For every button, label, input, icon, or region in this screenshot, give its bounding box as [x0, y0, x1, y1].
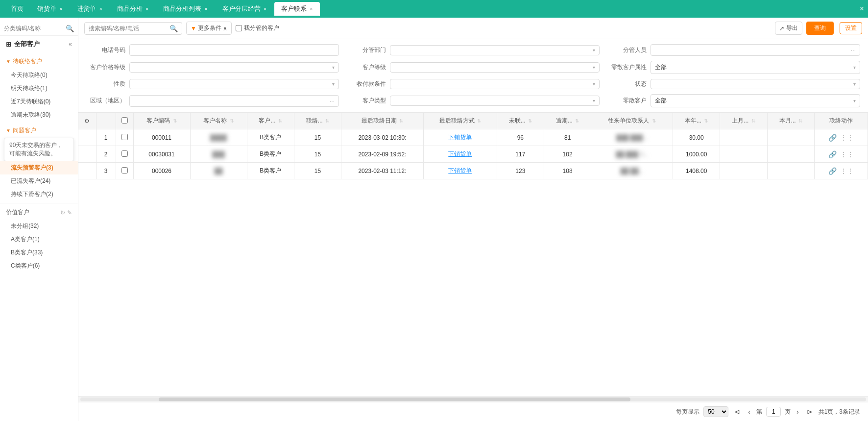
row-check-0[interactable] [116, 129, 133, 146]
export-button[interactable]: ↗ 导出 [775, 22, 802, 35]
sidebar-group-pending-title[interactable]: ▼ 待联络客户 [0, 54, 78, 69]
sidebar-item-declining[interactable]: 持续下滑客户(2) [0, 188, 78, 201]
sort-icon-date[interactable]: ⇅ [399, 118, 403, 124]
col-this-month-header[interactable]: 本月... ⇅ [767, 113, 814, 129]
col-unlinking-header[interactable]: 未联... ⇅ [497, 113, 544, 129]
col-this-year-header[interactable]: 本年... ⇅ [673, 113, 720, 129]
col-type-header[interactable]: 客户... ⇅ [247, 113, 294, 129]
sidebar-item-c-class[interactable]: C类客户(6) [0, 259, 78, 272]
tab-close-analysis[interactable]: × [145, 6, 148, 12]
filter-phone-input[interactable] [129, 44, 339, 56]
sort-icon-overdue[interactable]: ⇅ [575, 118, 579, 124]
sidebar-item-7days[interactable]: 近7天待联络(0) [0, 95, 78, 108]
col-person-header[interactable]: 往来单位联系人 ⇅ [591, 113, 673, 129]
prev-page-btn[interactable]: ‹ [746, 407, 752, 417]
filter-person-select[interactable]: ··· [651, 44, 860, 56]
tab-product-list[interactable]: 商品分析列表 × [156, 2, 214, 16]
col-last-method-header[interactable]: 最后联络方式 ⇅ [423, 113, 497, 129]
filter-button[interactable]: ▼ 更多条件 ∧ [186, 22, 232, 35]
my-customers-checkbox[interactable]: 我分管的客户 [236, 24, 279, 32]
sort-icon-unlink[interactable]: ⇅ [528, 118, 532, 124]
sidebar-item-a-class[interactable]: A类客户(1) [0, 233, 78, 246]
row-check-2[interactable] [116, 163, 133, 179]
filter-price-select[interactable]: ▾ [129, 62, 339, 73]
action-icon-more-1[interactable]: ⋮⋮ [840, 150, 854, 158]
filter-dots-icon-2[interactable]: ··· [330, 98, 335, 104]
tab-close-list[interactable]: × [204, 6, 207, 12]
horizontal-scrollbar[interactable] [78, 396, 868, 402]
action-icon-more-0[interactable]: ⋮⋮ [840, 134, 854, 142]
tab-customer-contact[interactable]: 客户联系 × [274, 2, 319, 16]
row-method-0[interactable]: 下销货单 [423, 129, 497, 146]
sidebar-item-churn-warning[interactable]: 流失预警客户(3) [0, 161, 78, 174]
filter-payment-select[interactable]: ▾ [390, 79, 600, 89]
next-page-btn[interactable]: › [795, 407, 801, 417]
last-page-btn[interactable]: ⊳ [805, 407, 815, 417]
sidebar-group-problem-title[interactable]: ▼ 问题客户 [0, 124, 78, 138]
sort-icon-method[interactable]: ⇅ [477, 118, 481, 124]
sort-icon-lmonth[interactable]: ⇅ [751, 118, 755, 124]
sidebar-item-churned[interactable]: 已流失客户(24) [0, 174, 78, 188]
sort-icon-contact[interactable]: ⇅ [325, 118, 329, 124]
filter-customer-level-select[interactable]: ▾ [390, 62, 600, 73]
sort-icon-code[interactable]: ⇅ [173, 118, 177, 124]
action-icon-more-2[interactable]: ⋮⋮ [840, 167, 854, 175]
toolbar-search-input[interactable] [89, 25, 169, 32]
filter-region-select[interactable]: ··· [129, 95, 339, 107]
row-method-2[interactable]: 下销货单 [423, 163, 497, 179]
action-icon-link-2[interactable]: 🔗 [828, 167, 837, 175]
sort-icon-tmonth[interactable]: ⇅ [798, 118, 802, 124]
tab-home[interactable]: 首页 [4, 4, 30, 13]
sidebar-item-tomorrow[interactable]: 明天待联络(1) [0, 82, 78, 95]
tab-close-sales[interactable]: × [59, 6, 62, 12]
tab-customer-layer[interactable]: 客户分层经营 × [216, 2, 273, 16]
row-method-1[interactable]: 下销货单 [423, 146, 497, 163]
refresh-icon[interactable]: ↻ [60, 209, 65, 216]
sidebar-item-overdue[interactable]: 逾期未联络(30) [0, 108, 78, 122]
first-page-btn[interactable]: ⊲ [732, 407, 742, 417]
col-contact-header[interactable]: 联络... ⇅ [294, 113, 341, 129]
sort-icon-name[interactable]: ⇅ [230, 118, 234, 124]
page-input[interactable] [766, 407, 781, 417]
filter-nature-select[interactable]: ▾ [129, 79, 339, 89]
action-icon-link-0[interactable]: 🔗 [828, 134, 837, 142]
sort-icon-person[interactable]: ⇅ [652, 118, 656, 124]
tab-close-contact[interactable]: × [310, 6, 313, 12]
action-icon-link-1[interactable]: 🔗 [828, 150, 837, 158]
query-button[interactable]: 查询 [806, 22, 834, 35]
sidebar-all-customers[interactable]: ⊞ 全部客户 « [0, 36, 78, 52]
sidebar-item-ungrouped[interactable]: 未分组(32) [0, 220, 78, 233]
sidebar-item-today[interactable]: 今天待联络(0) [0, 69, 78, 82]
per-page-select[interactable]: 50 100 [703, 406, 728, 417]
col-settings[interactable]: ⚙ [78, 113, 96, 129]
col-overdue-header[interactable]: 逾期... ⇅ [544, 113, 591, 129]
filter-customer-type-select[interactable]: ▾ [390, 96, 600, 106]
filter-dept-select[interactable]: ▾ [390, 45, 600, 55]
my-customers-check-input[interactable] [236, 25, 242, 31]
collapse-icon[interactable]: « [69, 41, 72, 48]
tab-purchase[interactable]: 进货单 × [70, 2, 109, 16]
filter-retail-select[interactable]: 全部 ▾ [651, 94, 860, 107]
filter-status-select[interactable]: ▾ [651, 79, 860, 89]
tab-sales[interactable]: 销货单 × [30, 2, 69, 16]
select-all-checkbox[interactable] [121, 117, 128, 124]
filter-dots-icon[interactable]: ··· [851, 47, 856, 53]
col-code-header[interactable]: 客户编码 ⇅ [133, 113, 190, 129]
sidebar-item-b-class[interactable]: B类客户(33) [0, 246, 78, 259]
toolbar-search-icon[interactable]: 🔍 [169, 25, 178, 32]
scrollbar-thumb[interactable] [159, 397, 630, 401]
edit-icon[interactable]: ✎ [67, 209, 72, 216]
sidebar-search-icon[interactable]: 🔍 [66, 25, 74, 32]
col-last-date-header[interactable]: 最后联络日期 ⇅ [341, 113, 424, 129]
col-name-header[interactable]: 客户名称 ⇅ [190, 113, 247, 129]
col-last-month-header[interactable]: 上月... ⇅ [720, 113, 767, 129]
tab-close-purchase[interactable]: × [99, 6, 102, 12]
sidebar-value-title[interactable]: 价值客户 ↻ ✎ [0, 205, 78, 220]
settings-button[interactable]: 设置 [840, 22, 862, 34]
row-check-1[interactable] [116, 146, 133, 163]
filter-retail-attr-select[interactable]: 全部 ▾ [651, 61, 860, 74]
window-close-icon[interactable]: × [860, 4, 864, 13]
tab-product-analysis[interactable]: 商品分析 × [110, 2, 155, 16]
sort-icon-year[interactable]: ⇅ [704, 118, 708, 124]
tab-close-layer[interactable]: × [264, 6, 266, 12]
